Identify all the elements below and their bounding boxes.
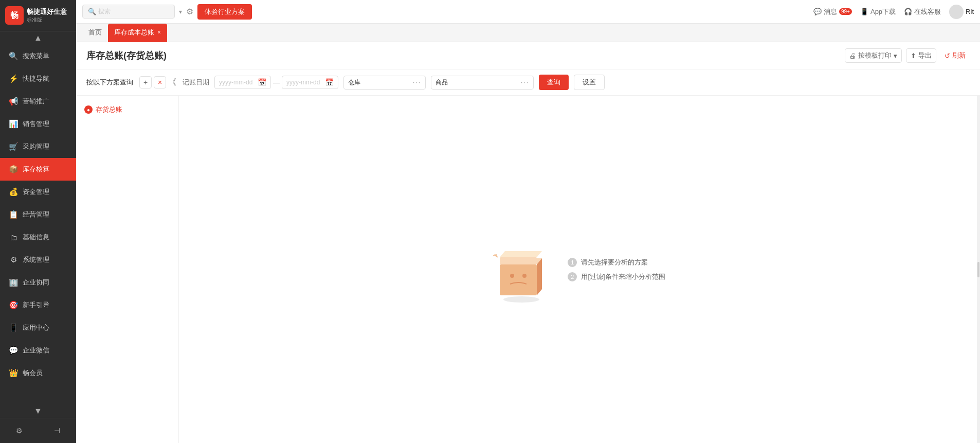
export-icon: ⬆: [911, 52, 916, 60]
sidebar-bottom: ⚙ ⊣: [0, 418, 76, 443]
purchase-icon: 🛒: [8, 141, 19, 152]
app-download-action[interactable]: 📱 App下载: [860, 7, 896, 16]
warehouse-select[interactable]: 仓库 ···: [343, 76, 426, 90]
tip-2-num: 2: [568, 272, 577, 281]
svg-marker-3: [537, 258, 542, 295]
refresh-button[interactable]: ↺ 刷新: [940, 49, 970, 62]
sidebar-item-label: 系统管理: [23, 255, 49, 264]
filter-add-button[interactable]: +: [139, 76, 152, 88]
sidebar-item-label: 快捷导航: [23, 74, 49, 83]
user-profile[interactable]: Rit: [949, 5, 974, 19]
right-side-panel[interactable]: [977, 96, 980, 443]
sidebar-item-label: 应用中心: [23, 323, 49, 332]
headset-icon: 🎧: [904, 8, 912, 15]
sidebar-item-search[interactable]: 🔍 搜索菜单: [0, 45, 76, 67]
query-button[interactable]: 查询: [539, 75, 569, 90]
filter-collapse-icon[interactable]: 《: [168, 77, 176, 88]
svg-rect-4: [500, 257, 537, 264]
product-more-icon[interactable]: ···: [521, 79, 529, 86]
sidebar-item-marketing[interactable]: 📢 营销推广: [0, 90, 76, 113]
sidebar-item-newguide[interactable]: 🎯 新手引导: [0, 294, 76, 316]
filter-actions: + × 《: [139, 76, 176, 88]
side-handle: [977, 262, 979, 277]
product-label: 商品: [435, 78, 448, 87]
sidebar-item-inventory[interactable]: 📦 库存核算: [0, 158, 76, 181]
tip-1-num: 1: [568, 258, 577, 267]
print-label: 按模板打印: [858, 51, 892, 60]
user-avatar: [949, 5, 964, 19]
tab-close-icon[interactable]: ×: [157, 29, 161, 36]
warehouse-more-icon[interactable]: ···: [413, 79, 421, 86]
newguide-icon: 🎯: [8, 300, 19, 310]
sidebar-item-wechat[interactable]: 💬 企业微信: [0, 339, 76, 362]
right-content: 1 请先选择要分析的方案 2 用[过滤]条件来缩小分析范围: [179, 96, 977, 443]
sidebar-item-purchase[interactable]: 🛒 采购管理: [0, 135, 76, 158]
left-panel-item-ledger[interactable]: ● 存货总账: [76, 101, 178, 118]
date-end-input[interactable]: yyyy-mm-dd 📅: [282, 76, 338, 89]
scroll-up-btn[interactable]: ▲: [0, 31, 76, 45]
scroll-down-btn[interactable]: ▼: [0, 404, 76, 418]
search-bar[interactable]: 🔍 搜索: [82, 5, 175, 19]
svg-point-6: [510, 274, 514, 278]
date-start-placeholder: yyyy-mm-dd: [219, 79, 252, 86]
app-download-label: App下载: [870, 7, 896, 16]
settings-button[interactable]: 设置: [574, 75, 605, 90]
svg-point-7: [522, 274, 527, 278]
search-placeholder: 搜索: [98, 7, 111, 16]
filter-label: 按以下方案查询: [86, 78, 133, 87]
header-gear-icon[interactable]: ⚙: [186, 7, 193, 16]
sidebar-item-shortcut[interactable]: ⚡ 快捷导航: [0, 67, 76, 90]
message-label: 消息: [824, 7, 837, 16]
collapse-bottom-icon[interactable]: ⊣: [51, 423, 63, 438]
message-badge: 99+: [839, 8, 852, 15]
phone-icon: 📱: [860, 8, 868, 15]
empty-tip-1: 1 请先选择要分析的方案: [568, 258, 665, 267]
sidebar-item-enterprise[interactable]: 🏢 企业协同: [0, 271, 76, 294]
export-label: 导出: [918, 51, 932, 60]
content-split: ● 存货总账: [76, 96, 980, 443]
tab-inventory-ledger[interactable]: 库存成本总账 ×: [108, 24, 167, 42]
date-start-input[interactable]: yyyy-mm-dd 📅: [214, 76, 271, 89]
svg-marker-5: [500, 251, 542, 257]
online-service-action[interactable]: 🎧 在线客服: [904, 7, 941, 16]
header-chevron-icon[interactable]: ▾: [179, 8, 182, 15]
sidebar-item-member[interactable]: 👑 畅会员: [0, 362, 76, 384]
search-icon: 🔍: [8, 51, 19, 61]
settings-bottom-icon[interactable]: ⚙: [13, 423, 26, 438]
calendar-end-icon[interactable]: 📅: [325, 78, 334, 86]
svg-point-0: [503, 296, 539, 303]
enterprise-icon: 🏢: [8, 277, 19, 288]
logo-main: 畅捷通好生意: [27, 8, 67, 16]
sidebar-item-basic[interactable]: 🗂 基础信息: [0, 226, 76, 249]
sidebar-item-system[interactable]: ⚙ 系统管理: [0, 249, 76, 271]
date-end-placeholder: yyyy-mm-dd: [286, 79, 320, 86]
print-chevron-icon: ▾: [894, 52, 897, 60]
sidebar-item-appcenter[interactable]: 📱 应用中心: [0, 316, 76, 339]
print-button[interactable]: 🖨 按模板打印 ▾: [845, 48, 902, 63]
tab-home[interactable]: 首页: [82, 24, 108, 42]
sidebar-item-label: 库存核算: [23, 165, 49, 174]
empty-tip-2: 2 用[过滤]条件来缩小分析范围: [568, 272, 665, 281]
ledger-label: 存货总账: [96, 105, 122, 114]
export-button[interactable]: ⬆ 导出: [906, 48, 936, 63]
empty-state: 1 请先选择要分析的方案 2 用[过滤]条件来缩小分析范围: [491, 239, 665, 300]
sales-icon: 📊: [8, 119, 19, 129]
sidebar-item-operation[interactable]: 📋 经营管理: [0, 203, 76, 226]
filter-clear-button[interactable]: ×: [154, 76, 166, 88]
empty-illustration: [491, 239, 552, 300]
sidebar-item-label: 新手引导: [23, 300, 49, 310]
page-actions: 🖨 按模板打印 ▾ ⬆ 导出 ↺ 刷新: [845, 48, 970, 63]
refresh-label: 刷新: [952, 51, 966, 60]
sidebar-item-label: 采购管理: [23, 142, 49, 151]
product-select[interactable]: 商品 ···: [431, 76, 534, 90]
finance-icon: 💰: [8, 187, 19, 197]
calendar-start-icon[interactable]: 📅: [258, 78, 266, 86]
sidebar-item-sales[interactable]: 📊 销售管理: [0, 113, 76, 135]
sidebar-item-label: 搜索菜单: [23, 51, 49, 61]
svg-rect-1: [500, 264, 537, 295]
message-action[interactable]: 💬 消息 99+: [813, 7, 852, 16]
tab-bar: 首页 库存成本总账 ×: [76, 24, 980, 42]
operation-icon: 📋: [8, 209, 19, 220]
sidebar-item-finance[interactable]: 💰 资金管理: [0, 181, 76, 203]
industry-button[interactable]: 体验行业方案: [197, 4, 252, 20]
